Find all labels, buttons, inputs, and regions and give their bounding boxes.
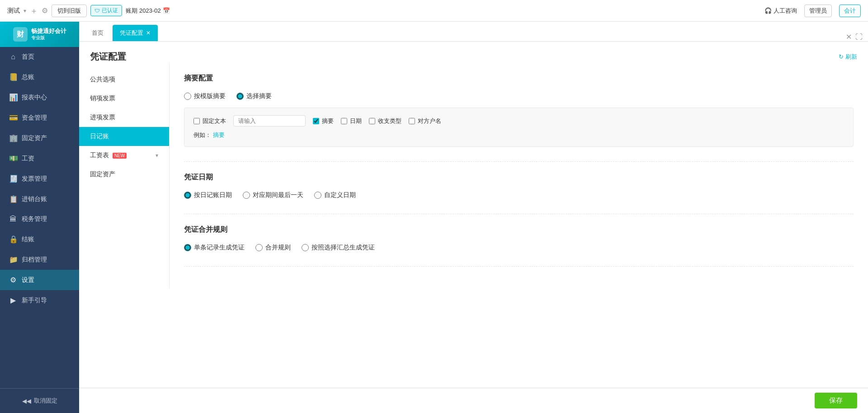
summary-template-radio[interactable] [184, 93, 191, 100]
fixed-text-checkbox[interactable] [193, 118, 200, 124]
sidebar-item-settings[interactable]: ⚙ 设置 [0, 270, 79, 290]
add-project-icon[interactable]: ＋ [30, 5, 38, 16]
home-icon: ⌂ [9, 53, 17, 61]
sidebar-item-home[interactable]: ⌂ 首页 [0, 47, 79, 67]
accountant-button[interactable]: 会计 [839, 5, 861, 17]
single-option[interactable]: 单条记录生成凭证 [184, 244, 245, 252]
sidebar-item-close[interactable]: 🔒 结账 [0, 229, 79, 249]
merge-section: 凭证合并规则 单条记录生成凭证 合并规则 [184, 225, 854, 252]
sidebar-item-purchase[interactable]: 📋 进销台账 [0, 189, 79, 209]
merge-rule-option[interactable]: 合并规则 [255, 244, 291, 252]
config-nav-sales[interactable]: 销项发票 [79, 89, 169, 108]
config-nav-journal-label: 日记账 [90, 132, 109, 140]
guide-icon: ▶ [9, 296, 17, 305]
consult-button[interactable]: 🎧 人工咨询 [764, 7, 797, 15]
sidebar-item-ledger[interactable]: 📒 总账 [0, 67, 79, 87]
manager-button[interactable]: 管理员 [804, 5, 832, 17]
fixed-text-label: 固定文本 [203, 117, 226, 125]
switch-old-button[interactable]: 切到旧版 [52, 5, 87, 17]
counterpart-checkbox-item[interactable]: 对方户名 [409, 117, 441, 125]
select-summary-radio[interactable] [302, 244, 309, 251]
summary-select-option[interactable]: 选择摘要 [236, 92, 272, 100]
sidebar-logo: 财 畅捷通好会计 专业版 [0, 22, 79, 47]
custom-date-radio[interactable] [314, 192, 321, 199]
sidebar-item-label: 报表中心 [22, 94, 47, 102]
top-bar-left: 测试 ▾ ＋ ⚙ 切到旧版 🛡 已认证 账期 2023-02 📅 [7, 5, 170, 17]
logo-text: 畅捷通好会计 专业版 [31, 28, 66, 41]
settings-sidebar-icon: ⚙ [9, 276, 17, 284]
date-checkbox-item[interactable]: 日期 [341, 117, 362, 125]
merge-rule-radio[interactable] [255, 244, 263, 251]
config-nav-salary-label: 工资表 NEW [90, 151, 127, 160]
close-tab-button[interactable]: ✕ [846, 33, 852, 41]
sidebar-item-invoices[interactable]: 🧾 发票管理 [0, 169, 79, 189]
bottom-bar: 保存 [79, 388, 868, 413]
sidebar-item-tax[interactable]: 🏛 税务管理 [0, 209, 79, 229]
save-button[interactable]: 保存 [815, 393, 857, 408]
tab-close-icon[interactable]: ✕ [146, 30, 151, 36]
income-type-checkbox[interactable] [369, 118, 375, 124]
summary-box-row: 固定文本 摘要 日期 [193, 115, 844, 127]
counterpart-checkbox[interactable] [409, 118, 415, 124]
journal-date-option[interactable]: 按日记账日期 [184, 191, 232, 199]
cancel-fixed-button[interactable]: ◀◀ 取消固定 [0, 393, 79, 408]
fullscreen-tab-button[interactable]: ⛶ [855, 33, 863, 41]
refresh-icon: ↻ [839, 53, 844, 60]
summary-select-label: 选择摘要 [246, 92, 272, 100]
nav-arrow-icon: ▾ [156, 152, 158, 159]
tab-home-label: 首页 [92, 29, 104, 37]
shield-icon: 🛡 [94, 8, 100, 14]
custom-date-option[interactable]: 自定义日期 [314, 191, 356, 199]
sidebar-item-archive[interactable]: 📁 归档管理 [0, 249, 79, 270]
project-dropdown-icon[interactable]: ▾ [24, 8, 26, 14]
logo-sub: 专业版 [31, 35, 66, 41]
project-name: 测试 [7, 7, 20, 15]
sidebar-item-label: 归档管理 [22, 256, 47, 264]
fixed-text-input[interactable] [233, 115, 306, 127]
journal-date-radio[interactable] [184, 192, 191, 199]
date-section: 凭证日期 按日记账日期 对应期间最后一天 [184, 173, 854, 199]
summary-checkbox[interactable] [313, 118, 319, 124]
refresh-button[interactable]: ↻ 刷新 [839, 53, 857, 61]
income-type-checkbox-item[interactable]: 收支类型 [369, 117, 401, 125]
summary-template-option[interactable]: 按模版摘要 [184, 92, 226, 100]
sidebar-item-label: 首页 [22, 53, 34, 61]
config-nav-salary[interactable]: 工资表 NEW ▾ [79, 146, 169, 165]
consult-label: 人工咨询 [774, 7, 797, 15]
sidebar-item-label: 进销台账 [22, 195, 47, 203]
single-radio[interactable] [184, 244, 191, 251]
sidebar-item-label: 结账 [22, 235, 34, 244]
logo-icon: 财 [13, 27, 28, 42]
fixed-text-checkbox-item[interactable]: 固定文本 [193, 117, 226, 125]
tab-bar: 首页 凭证配置 ✕ ✕ ⛶ [79, 22, 868, 42]
sidebar-item-funds[interactable]: 💳 资金管理 [0, 108, 79, 128]
config-nav-journal[interactable]: 日记账 [79, 127, 169, 146]
summary-select-radio[interactable] [236, 93, 244, 100]
date-checkbox[interactable] [341, 118, 347, 124]
sidebar-item-label: 总账 [22, 73, 34, 81]
config-nav-fixed-assets[interactable]: 固定资产 [79, 165, 169, 184]
settings-icon[interactable]: ⚙ [42, 6, 48, 15]
period-last-option[interactable]: 对应期间最后一天 [243, 191, 303, 199]
config-nav-purchase-inv[interactable]: 进项发票 [79, 108, 169, 127]
sidebar-item-reports[interactable]: 📊 报表中心 [0, 87, 79, 108]
period-label: 账期 [126, 7, 137, 15]
select-summary-label: 按照选择汇总生成凭证 [311, 244, 375, 252]
config-main: 摘要配置 按模版摘要 选择摘要 [170, 63, 868, 288]
select-summary-option[interactable]: 按照选择汇总生成凭证 [302, 244, 375, 252]
ledger-icon: 📒 [9, 73, 17, 81]
period-last-radio[interactable] [243, 192, 250, 199]
summary-title: 摘要配置 [184, 74, 854, 83]
example-text: 例如： 摘要 [193, 131, 844, 139]
tab-voucher-config[interactable]: 凭证配置 ✕ [113, 25, 158, 41]
sidebar-item-wages[interactable]: 💵 工资 [0, 148, 79, 169]
sidebar-item-assets[interactable]: 🏢 固定资产 [0, 128, 79, 148]
tab-bar-actions: ✕ ⛶ [846, 33, 863, 41]
calendar-icon[interactable]: 📅 [163, 7, 170, 14]
config-nav-public[interactable]: 公共选项 [79, 70, 169, 89]
purchase-icon: 📋 [9, 195, 17, 203]
sidebar-item-guide[interactable]: ▶ 新手引导 [0, 290, 79, 310]
tab-home[interactable]: 首页 [85, 25, 111, 41]
close-period-icon: 🔒 [9, 235, 17, 244]
summary-checkbox-item[interactable]: 摘要 [313, 117, 334, 125]
